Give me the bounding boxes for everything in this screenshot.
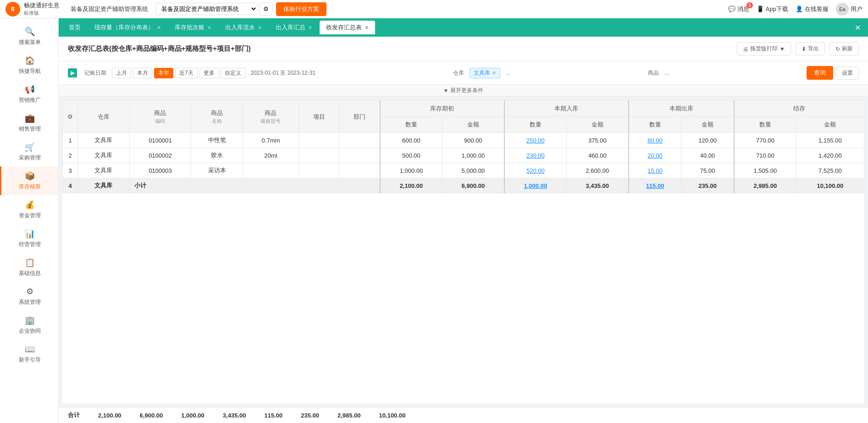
- settings-button-filter[interactable]: 设置: [836, 66, 859, 80]
- sidebar-item-purchase[interactable]: 🛒 采购管理: [0, 137, 58, 166]
- warehouse-label: 仓库: [453, 69, 464, 77]
- sidebar-item-basic-info[interactable]: 📋 基础信息: [0, 253, 58, 282]
- tab-close-inventory-dist[interactable]: ✕: [157, 25, 161, 31]
- tab-inout-summary[interactable]: 出入库汇总 ✕: [269, 21, 319, 34]
- warehouse-more[interactable]: ...: [506, 70, 510, 76]
- tab-close-inout-summary[interactable]: ✕: [308, 25, 312, 31]
- product-more[interactable]: ...: [664, 70, 669, 76]
- tab-inventory-dist[interactable]: 现存量（库存分布表） ✕: [88, 21, 167, 34]
- sidebar-item-enterprise[interactable]: 🏢 企业协同: [0, 311, 58, 340]
- system-name: 装备及固定资产辅助管理系统: [71, 5, 148, 13]
- total-out-amt: 235.00: [301, 412, 319, 419]
- sidebar-item-quick-nav[interactable]: 🏠 快捷导航: [0, 51, 58, 80]
- product-label: 商品: [648, 69, 659, 77]
- sidebar-item-system[interactable]: ⚙ 系统管理: [0, 282, 58, 311]
- sidebar-item-guide[interactable]: 📖 新手引导: [0, 340, 58, 368]
- message-badge: 6: [746, 2, 753, 8]
- table-row: 1 文具库 0100001 中性笔 0.7mm 600.00 900.00 25…: [63, 133, 864, 148]
- col-group-in: 本期入库: [504, 101, 629, 117]
- money-icon: 💰: [25, 200, 35, 210]
- date-buttons: 上月 本月 本年 近7天 更多 自定义: [112, 68, 245, 78]
- page-title: 收发存汇总表(按仓库+商品编码+商品+规格型号+项目+部门): [68, 44, 251, 53]
- col-out-amt: 金额: [681, 117, 734, 133]
- tab-bar: 首页 现存量（库存分布表） ✕ 库存批次账 ✕ 出入库流水 ✕ 出入库汇总 ✕: [59, 18, 868, 37]
- subtotal-balance-qty: 2,985.00: [734, 178, 796, 193]
- warehouse-tag-close[interactable]: ✕: [492, 70, 496, 76]
- total-opening-qty: 2,100.00: [98, 412, 122, 419]
- tab-bar-close[interactable]: ✕: [851, 22, 864, 34]
- subtotal-opening-amt: 6,900.00: [442, 178, 504, 193]
- tab-home[interactable]: 首页: [62, 21, 87, 34]
- sidebar-item-sales[interactable]: 💼 销售管理: [0, 109, 58, 137]
- col-settings[interactable]: ⚙: [63, 101, 78, 133]
- expand-filter-row[interactable]: ▼ 展开更多条件: [59, 85, 868, 97]
- subtotal-opening-qty: 2,100.00: [380, 178, 442, 193]
- date-btn-last-month[interactable]: 上月: [112, 68, 131, 78]
- table-row: 3 文具库 0100003 采访本 1,000.00 5,000.00 520.…: [63, 163, 864, 178]
- list-icon: 📋: [25, 258, 35, 268]
- briefcase-icon: 💼: [25, 113, 35, 123]
- app-download-button[interactable]: 📱 App下载: [757, 5, 788, 13]
- tab-inout-flow[interactable]: 出入库流水 ✕: [219, 21, 268, 34]
- online-service-button[interactable]: 👤 在线客服: [796, 5, 829, 13]
- data-table: ⚙ 仓库 商品编码 商品名称 商品规格型号 项目 部门 库存期初 本期入库 本期…: [62, 100, 864, 193]
- messages-button[interactable]: 💬 消息 6: [728, 5, 749, 13]
- experience-button[interactable]: 体验行业方案: [276, 2, 326, 16]
- user-menu[interactable]: Ea 用户: [836, 3, 862, 16]
- subtotal-out-qty: 115.00: [629, 178, 681, 193]
- col-group-balance: 结存: [734, 101, 864, 117]
- total-balance-amt: 10,100.00: [379, 412, 406, 419]
- subtotal-in-qty: 1,000.00: [504, 178, 566, 193]
- chevron-down-icon: ▼: [780, 46, 785, 52]
- refresh-icon: ↻: [835, 46, 840, 52]
- sidebar-item-inventory[interactable]: 📦 库存核算: [0, 166, 58, 195]
- home-icon: 🏠: [25, 55, 35, 66]
- date-range: 2023-01-01 至 2023-12-31: [251, 69, 315, 77]
- action-bar: 查询 设置: [807, 66, 859, 80]
- sidebar-item-finance[interactable]: 💰 资金管理: [0, 195, 58, 224]
- col-opening-amt: 金额: [442, 117, 504, 133]
- service-icon: 👤: [796, 5, 803, 12]
- subtotal-out-amt: 235.00: [681, 178, 734, 193]
- book-icon: 📖: [25, 344, 35, 354]
- tab-receipt-summary[interactable]: 收发存汇总表 ✕: [320, 21, 375, 34]
- date-btn-7days[interactable]: 近7天: [175, 68, 198, 78]
- date-btn-more[interactable]: 更多: [199, 68, 219, 78]
- data-table-container: ⚙ 仓库 商品编码 商品名称 商品规格型号 项目 部门 库存期初 本期入库 本期…: [62, 100, 864, 403]
- date-btn-this-year[interactable]: 本年: [154, 68, 173, 78]
- date-label: 记账日期: [84, 69, 106, 77]
- refresh-button[interactable]: ↻ 刷新: [829, 42, 859, 55]
- warehouse-tag[interactable]: 文具库 ✕: [470, 68, 500, 78]
- settings-button[interactable]: ⚙: [260, 3, 272, 16]
- subtotal-in-amt: 3,435.00: [566, 178, 628, 193]
- app-subtitle: 标准版: [24, 10, 60, 16]
- subtotal-row: 4 文具库 小计 2,100.00 6,900.00 1,000.00 3,43…: [63, 178, 864, 193]
- total-in-amt: 3,435.00: [223, 412, 246, 419]
- total-bar: 合计 2,100.00 6,900.00 1,000.00 3,435.00: [59, 407, 868, 423]
- export-button[interactable]: ⬇ 导出: [796, 42, 825, 55]
- query-button[interactable]: 查询: [807, 66, 833, 80]
- avatar: Ea: [836, 3, 849, 16]
- col-project-header: 项目: [299, 101, 339, 133]
- tab-close-inout-flow[interactable]: ✕: [258, 25, 262, 31]
- subtotal-balance-amt: 10,100.00: [796, 178, 864, 193]
- system-select[interactable]: 装备及固定资产辅助管理系统: [155, 3, 258, 15]
- tab-close-batch[interactable]: ✕: [207, 25, 211, 31]
- col-department-header: 部门: [339, 101, 380, 133]
- sidebar-item-marketing[interactable]: 📢 营销推广: [0, 80, 58, 109]
- col-in-amt: 金额: [566, 117, 628, 133]
- tab-close-receipt-summary[interactable]: ✕: [365, 25, 369, 31]
- col-warehouse-header: 仓库: [78, 101, 130, 133]
- col-balance-amt: 金额: [796, 117, 864, 133]
- sidebar-item-search-menu[interactable]: 🔍 搜索菜单: [0, 22, 58, 51]
- print-button[interactable]: 🖨 拣货版打印 ▼: [737, 42, 791, 55]
- date-btn-this-month[interactable]: 本月: [133, 68, 152, 78]
- filter-toggle[interactable]: ▶: [68, 68, 77, 77]
- date-btn-custom[interactable]: 自定义: [221, 68, 245, 78]
- col-name-header: 商品名称: [191, 101, 243, 133]
- col-in-qty: 数量: [504, 117, 566, 133]
- total-label: 合计: [68, 411, 80, 419]
- sidebar-item-operations[interactable]: 📊 经营管理: [0, 224, 58, 253]
- tab-batch-account[interactable]: 库存批次账 ✕: [168, 21, 218, 34]
- total-opening-amt: 6,900.00: [140, 412, 163, 419]
